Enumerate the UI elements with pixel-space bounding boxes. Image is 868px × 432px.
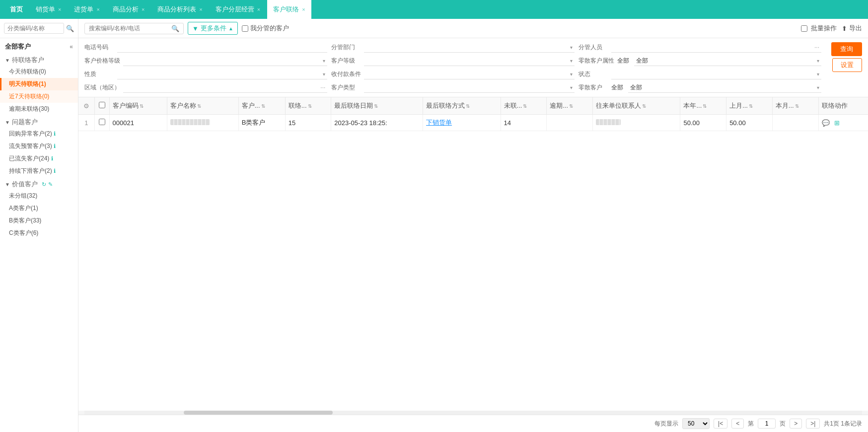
filter-row-2: 客户价格等级 ▾ 客户等级 ▾ (84, 56, 821, 66)
nav-tab-customer-contact[interactable]: 客户联络 × (267, 0, 311, 19)
search-input[interactable] (89, 25, 168, 32)
dept-select-wrapper: ▾ (364, 42, 574, 53)
col-this-year[interactable]: 本年...⇅ (680, 97, 726, 115)
sidebar-item-today[interactable]: 今天待联络(0) (0, 66, 78, 78)
nav-tab-sales[interactable]: 销货单 × (30, 0, 67, 19)
next-page-btn[interactable]: > (790, 419, 802, 429)
col-overdue[interactable]: 逾期...⇅ (547, 97, 593, 115)
nav-tab-product-list[interactable]: 商品分析列表 × (151, 0, 208, 19)
filter-more-btn[interactable]: ▼ 更多条件 ▲ (188, 22, 238, 35)
filter-row-4: 区域（地区） ··· 客户类型 ▾ (84, 82, 821, 93)
retail-customer-select[interactable]: 全部 (628, 82, 821, 92)
refresh-icon[interactable]: ↻ (42, 181, 46, 188)
sidebar-item-lost-warning[interactable]: 流失预警客户(3) ℹ (0, 140, 78, 152)
first-page-btn[interactable]: |< (714, 419, 727, 429)
batch-op-btn[interactable]: 批量操作 (801, 24, 837, 33)
sidebar-search-input[interactable] (4, 23, 64, 34)
region-dots[interactable]: ··· (320, 84, 325, 91)
close-icon[interactable]: × (257, 6, 260, 12)
sidebar-item-tomorrow[interactable]: 明天待联络(1) (0, 78, 78, 90)
per-page-select[interactable]: 50 10 20 100 (682, 418, 710, 429)
filter-row-3: 性质 ▾ 收付款条件 ▾ (84, 69, 821, 79)
sort-icon: ⇅ (569, 103, 573, 109)
close-icon[interactable]: × (142, 6, 145, 12)
close-icon[interactable]: × (302, 6, 305, 12)
sidebar-item-repurchase-abnormal[interactable]: 回购异常客户(2) ℹ (0, 128, 78, 140)
cell-name (167, 115, 238, 131)
price-level-select[interactable] (123, 56, 327, 66)
sidebar-item-overdue[interactable]: 逾期未联络(30) (0, 103, 78, 115)
sidebar-group-value[interactable]: ▼ 价值客户 ↻ ✎ (0, 177, 78, 190)
sidebar-item-declining[interactable]: 持续下滑客户(2) ℹ (0, 165, 78, 177)
toolbar: 🔍 ▼ 更多条件 ▲ 我分管的客户 批量操作 ⬆ 导出 (78, 19, 868, 38)
sidebar-group-pending[interactable]: ▼ 待联络客户 (0, 53, 78, 66)
batch-checkbox[interactable] (801, 25, 807, 32)
col-last-month[interactable]: 上月...⇅ (726, 97, 773, 115)
status-select[interactable] (611, 69, 821, 79)
customer-level-select[interactable] (364, 56, 574, 66)
sidebar-item-class-a[interactable]: A类客户(1) (0, 202, 78, 215)
customer-type-select[interactable] (364, 82, 574, 92)
setting-button[interactable]: 设置 (832, 58, 862, 72)
close-icon[interactable]: × (199, 6, 202, 12)
scrollbar-thumb[interactable] (184, 411, 333, 415)
sort-icon: ⇅ (261, 103, 265, 109)
nav-tab-purchase[interactable]: 进货单 × (68, 0, 105, 19)
payment-select[interactable] (364, 69, 574, 79)
row-checkbox[interactable] (99, 119, 105, 125)
select-all-checkbox[interactable] (99, 102, 105, 108)
comment-icon[interactable]: 💬 (822, 119, 830, 127)
retail-attr-select[interactable]: 全部 (634, 56, 821, 66)
grid-icon[interactable]: ⊞ (834, 119, 840, 127)
close-icon[interactable]: × (58, 6, 61, 12)
col-contact-count[interactable]: 联络...⇅ (285, 97, 331, 115)
col-last-contact-method[interactable]: 最后联络方式⇅ (423, 97, 501, 115)
col-name[interactable]: 客户名称⇅ (167, 97, 238, 115)
gear-icon[interactable]: ⚙ (83, 102, 89, 110)
col-associated[interactable]: 往来单位联系人⇅ (592, 97, 680, 115)
prev-page-btn[interactable]: < (731, 419, 744, 429)
sidebar-item-class-b[interactable]: B类客户(33) (0, 215, 78, 227)
manager-dots[interactable]: ··· (814, 44, 819, 51)
search-icon[interactable]: 🔍 (171, 25, 179, 32)
all-customers-header[interactable]: 全部客户 « (0, 38, 78, 53)
last-method-link[interactable]: 下销货单 (426, 119, 452, 126)
col-code[interactable]: 客户编码⇅ (109, 97, 167, 115)
col-type[interactable]: 客户...⇅ (238, 97, 285, 115)
table-row: 1 000021 B类客户 15 2023-05-23 18:25: 下销货单 (78, 115, 868, 131)
sidebar-item-week[interactable]: 近7天待联络(0) (0, 90, 78, 103)
nav-home[interactable]: 首页 (4, 0, 29, 19)
row-checkbox-cell (94, 115, 109, 131)
cell-this-month (772, 115, 818, 131)
sidebar-item-lost[interactable]: 已流失客户(24) ℹ (0, 152, 78, 165)
close-icon[interactable]: × (96, 6, 99, 12)
col-checkbox (94, 97, 109, 115)
nature-select[interactable] (117, 69, 327, 79)
sidebar-search-icon[interactable]: 🔍 (66, 25, 74, 32)
sidebar-group-problem[interactable]: ▼ 问题客户 (0, 115, 78, 128)
sort-icon: ⇅ (795, 103, 799, 109)
nav-tab-customer-tier[interactable]: 客户分层经营 × (210, 0, 266, 19)
filter-retail-attr: 零散客户属性 全部 全部 ▾ (579, 56, 821, 66)
col-this-month[interactable]: 本月...⇅ (772, 97, 818, 115)
sidebar-item-ungroup[interactable]: 未分组(32) (0, 190, 78, 202)
phone-input[interactable] (117, 42, 327, 53)
horizontal-scrollbar[interactable] (84, 411, 862, 415)
edit-icon[interactable]: ✎ (48, 181, 53, 188)
collapse-icon[interactable]: « (70, 43, 73, 50)
my-customer-checkbox[interactable] (242, 25, 248, 32)
page-label: 第 (748, 420, 754, 428)
cell-contact-count: 15 (285, 115, 331, 131)
last-page-btn[interactable]: >| (806, 419, 820, 429)
toolbar-right: 批量操作 ⬆ 导出 (801, 24, 862, 33)
query-button[interactable]: 查询 (831, 42, 862, 56)
col-last-contact-date[interactable]: 最后联络日期⇅ (331, 97, 423, 115)
page-input[interactable] (758, 419, 776, 429)
arrow-icon: ▼ (5, 182, 10, 187)
col-uncontacted[interactable]: 未联...⇅ (501, 97, 547, 115)
sidebar-item-class-c[interactable]: C类客户(6) (0, 227, 78, 239)
dept-select[interactable] (364, 42, 574, 52)
nav-tab-product-analysis[interactable]: 商品分析 × (107, 0, 150, 19)
export-btn[interactable]: ⬆ 导出 (842, 24, 862, 33)
col-gear[interactable]: ⚙ (78, 97, 94, 115)
